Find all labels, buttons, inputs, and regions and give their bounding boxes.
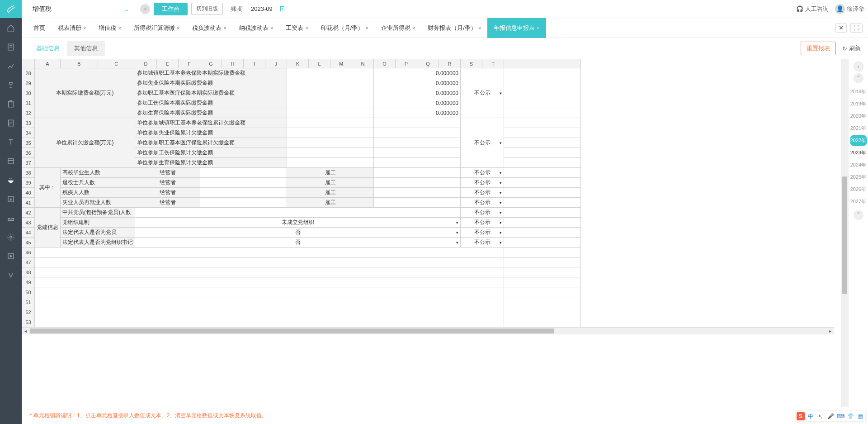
ime-punct-icon[interactable]: •, (816, 412, 825, 420)
year-2019年[interactable]: 2019年 (850, 98, 867, 110)
cell-empty[interactable] (35, 317, 504, 327)
year-2024年[interactable]: 2024年 (850, 159, 867, 171)
cell-input[interactable] (287, 98, 374, 108)
row-header-43[interactable]: 43 (22, 218, 35, 228)
row-header-48[interactable]: 48 (22, 267, 35, 277)
hscroll-left-icon[interactable]: ◂ (22, 329, 29, 333)
year-2018年[interactable]: 2018年 (850, 86, 867, 97)
ime-skin-icon[interactable]: 👕 (846, 412, 854, 420)
col-header-H[interactable]: H (222, 59, 244, 68)
calendar-side-icon[interactable] (6, 157, 15, 166)
col-header-K[interactable]: K (287, 59, 309, 68)
close-icon[interactable]: × (478, 25, 481, 31)
col-header-Q[interactable]: Q (417, 59, 439, 68)
row-header-52[interactable]: 52 (22, 307, 35, 317)
cell-disclosure[interactable]: 不公示 (461, 228, 504, 238)
vscroll-thumb[interactable] (842, 176, 847, 294)
cell-input[interactable] (287, 118, 374, 128)
cell-empty[interactable] (35, 248, 504, 257)
cell-emp-value[interactable] (374, 168, 461, 178)
spreadsheet[interactable]: ABCDEFGHIJKLMNOPQRST 28本期实际缴费金额(万元)参加城镇职… (22, 59, 581, 327)
tab-10[interactable]: 年报信息申报表× (487, 18, 546, 38)
col-header-P[interactable]: P (396, 59, 417, 68)
workbench-button[interactable]: 工作台 (154, 3, 188, 15)
consult-link[interactable]: 🎧 人工咨询 (796, 5, 829, 13)
cell-value[interactable]: 0.000000 (374, 98, 461, 108)
cell-input[interactable] (287, 88, 374, 98)
tab-2[interactable]: 增值税× (92, 18, 127, 38)
calendar-icon[interactable]: 🗓 (279, 5, 286, 13)
cell-value[interactable]: 0.000000 (374, 88, 461, 98)
cell-emp-value[interactable] (374, 178, 461, 188)
vscroll-track[interactable] (841, 59, 848, 407)
row-header-44[interactable]: 44 (22, 228, 35, 238)
row-header-51[interactable]: 51 (22, 297, 35, 307)
year-2025年[interactable]: 2025年 (850, 172, 867, 183)
export-icon[interactable] (6, 195, 15, 204)
hscroll-thumb[interactable] (30, 329, 554, 333)
row-header-40[interactable]: 40 (22, 188, 35, 198)
inbox-icon[interactable] (6, 214, 15, 223)
row-header-33[interactable]: 33 (22, 118, 35, 128)
close-icon[interactable]: × (177, 25, 179, 31)
tab-4[interactable]: 税负波动表× (186, 18, 232, 38)
period-value[interactable]: 2023-09 (251, 5, 273, 12)
cell-disclosure[interactable]: 不公示 (461, 68, 504, 118)
col-header-L[interactable]: L (309, 59, 330, 68)
close-icon[interactable]: × (537, 25, 539, 31)
col-header-O[interactable]: O (374, 59, 396, 68)
row-header-36[interactable]: 36 (22, 148, 35, 158)
cell-op-value[interactable] (200, 188, 287, 198)
cell-disclosure[interactable]: 不公示 (461, 168, 504, 178)
tab-8[interactable]: 企业所得税× (375, 18, 421, 38)
close-icon[interactable]: × (118, 25, 121, 31)
cell-value[interactable] (374, 128, 461, 138)
tab-close-all-icon[interactable]: ✕ (835, 23, 847, 33)
row-header-32[interactable]: 32 (22, 108, 35, 118)
row-header-50[interactable]: 50 (22, 287, 35, 297)
col-header-B[interactable]: B (61, 59, 98, 68)
ime-tool-icon[interactable]: ▦ (856, 412, 864, 420)
cell-input[interactable] (287, 108, 374, 118)
row-header-41[interactable]: 41 (22, 198, 35, 208)
cell-emp-value[interactable] (374, 198, 461, 208)
row-header-31[interactable]: 31 (22, 98, 35, 108)
row-header-37[interactable]: 37 (22, 158, 35, 168)
cell-emp-value[interactable] (374, 188, 461, 198)
user-menu[interactable]: 👤 徐泽华 (835, 4, 864, 14)
col-header-A[interactable]: A (35, 59, 61, 68)
col-header-R[interactable]: R (439, 59, 461, 68)
row-header-53[interactable]: 53 (22, 317, 35, 327)
cell-empty[interactable] (35, 297, 504, 307)
tab-9[interactable]: 财务报表（月/季）× (421, 18, 487, 38)
year-2022年[interactable]: 2022年 (850, 135, 867, 146)
col-header-G[interactable]: G (200, 59, 222, 68)
row-header-38[interactable]: 38 (22, 168, 35, 178)
row-header-34[interactable]: 34 (22, 128, 35, 138)
calc-icon[interactable] (6, 119, 15, 128)
cell-empty[interactable] (35, 267, 504, 277)
cell-yn-dd[interactable]: 否 (135, 228, 461, 238)
cell-value[interactable] (374, 138, 461, 148)
cell-input[interactable] (287, 138, 374, 148)
ime-keyboard-icon[interactable]: ⌨ (836, 412, 844, 420)
col-header-T[interactable]: T (482, 59, 504, 68)
row-header-39[interactable]: 39 (22, 178, 35, 188)
cell-value[interactable] (374, 118, 461, 128)
reset-button[interactable]: 重置报表 (801, 42, 836, 55)
tab-0[interactable]: 首页 (27, 18, 52, 38)
col-header-C[interactable]: C (98, 59, 135, 68)
year-2027年[interactable]: 2027年 (850, 196, 867, 207)
report-icon[interactable] (6, 43, 15, 52)
cell-yn-dd[interactable]: 否 (135, 238, 461, 248)
cell-empty[interactable] (35, 257, 504, 267)
clipboard-icon[interactable] (6, 100, 15, 109)
play-icon[interactable] (6, 252, 15, 261)
col-header-E[interactable]: E (157, 59, 179, 68)
cell-empty[interactable] (35, 277, 504, 287)
year-2021年[interactable]: 2021年 (850, 123, 867, 134)
chart-icon[interactable] (6, 62, 15, 71)
subtab-other[interactable]: 其他信息 (67, 41, 105, 56)
row-header-47[interactable]: 47 (22, 257, 35, 267)
row-header-30[interactable]: 30 (22, 88, 35, 98)
